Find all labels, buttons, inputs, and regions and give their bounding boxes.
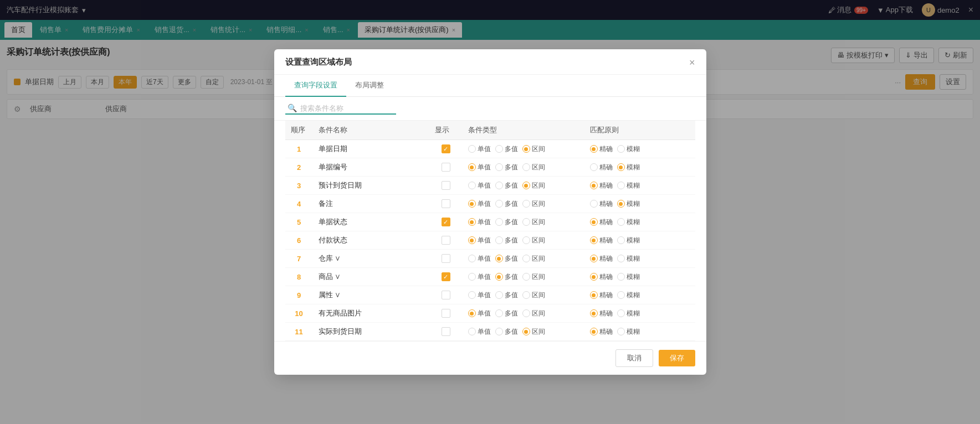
show-checkbox[interactable] [442,309,450,318]
radio-type-单值[interactable]: 单值 [468,218,491,227]
radio-type-区间[interactable]: 区间 [522,144,545,154]
radio-circle [522,255,530,262]
radio-label: 区间 [532,218,545,227]
show-checkbox[interactable] [442,144,450,153]
radio-match-精确[interactable]: 精确 [590,163,613,172]
search-input[interactable] [300,104,389,112]
dialog-tab-layout[interactable]: 布局调整 [346,75,393,97]
radio-label: 模糊 [627,144,640,154]
cell-type: 单值多值区间 [463,323,584,341]
radio-match-模糊[interactable]: 模糊 [617,236,640,245]
show-checkbox[interactable] [442,327,450,336]
radio-match-模糊[interactable]: 模糊 [617,144,640,154]
radio-type-区间[interactable]: 区间 [522,181,545,190]
dialog-tab-query-fields[interactable]: 查询字段设置 [285,75,346,97]
show-checkbox[interactable] [442,272,450,281]
radio-type-多值[interactable]: 多值 [495,236,518,245]
show-checkbox[interactable] [442,254,450,263]
radio-match-精确[interactable]: 精确 [590,272,613,282]
radio-type-区间[interactable]: 区间 [522,163,545,172]
radio-label: 多值 [505,309,518,318]
save-button[interactable]: 保存 [659,350,695,366]
radio-match-模糊[interactable]: 模糊 [617,163,640,172]
show-checkbox[interactable] [442,236,450,245]
radio-circle [522,182,530,189]
radio-type-多值[interactable]: 多值 [495,144,518,154]
radio-label: 精确 [599,181,613,190]
cell-type: 单值多值区间 [463,231,584,250]
show-checkbox[interactable] [442,291,450,299]
radio-match-精确[interactable]: 精确 [590,254,613,263]
conditions-table: 顺序 条件名称 显示 条件类型 匹配原则 1单据日期单值多值区间精确模糊2单据编… [285,121,695,341]
cancel-button[interactable]: 取消 [615,349,653,367]
radio-type-区间[interactable]: 区间 [522,291,545,300]
show-checkbox[interactable] [442,218,450,226]
radio-label: 区间 [532,309,545,318]
radio-label: 多值 [505,218,518,227]
cell-show [429,250,463,268]
dialog-header: 设置查询区域布局 × [274,49,706,75]
cell-order: 6 [285,231,313,250]
radio-type-多值[interactable]: 多值 [495,199,518,209]
radio-type-单值[interactable]: 单值 [468,309,491,318]
radio-label: 单值 [478,199,491,209]
radio-type-区间[interactable]: 区间 [522,254,545,263]
show-checkbox[interactable] [442,181,450,190]
radio-match-精确[interactable]: 精确 [590,181,613,190]
radio-type-单值[interactable]: 单值 [468,144,491,154]
radio-match-模糊[interactable]: 模糊 [617,254,640,263]
radio-match-模糊[interactable]: 模糊 [617,272,640,282]
radio-type-多值[interactable]: 多值 [495,218,518,227]
radio-type-多值[interactable]: 多值 [495,309,518,318]
radio-label: 模糊 [627,291,640,300]
radio-match-精确[interactable]: 精确 [590,327,613,337]
show-checkbox[interactable] [442,199,450,208]
show-checkbox[interactable] [442,163,450,172]
radio-type-区间[interactable]: 区间 [522,272,545,282]
radio-circle [590,255,598,262]
radio-type-单值[interactable]: 单值 [468,236,491,245]
radio-match-精确[interactable]: 精确 [590,309,613,318]
radio-match-模糊[interactable]: 模糊 [617,327,640,337]
radio-type-单值[interactable]: 单值 [468,199,491,209]
radio-type-区间[interactable]: 区间 [522,199,545,209]
radio-match-模糊[interactable]: 模糊 [617,218,640,227]
radio-match-模糊[interactable]: 模糊 [617,291,640,300]
radio-type-单值[interactable]: 单值 [468,272,491,282]
radio-match-精确[interactable]: 精确 [590,199,613,209]
radio-type-区间[interactable]: 区间 [522,236,545,245]
radio-label: 单值 [478,272,491,282]
radio-match-模糊[interactable]: 模糊 [617,199,640,209]
radio-type-区间[interactable]: 区间 [522,309,545,318]
radio-label: 精确 [599,309,613,318]
radio-type-单值[interactable]: 单值 [468,254,491,263]
radio-type-多值[interactable]: 多值 [495,181,518,190]
radio-type-多值[interactable]: 多值 [495,291,518,300]
radio-type-多值[interactable]: 多值 [495,163,518,172]
radio-label: 模糊 [627,254,640,263]
radio-match-精确[interactable]: 精确 [590,291,613,300]
cell-name: 属性 ∨ [313,286,429,304]
radio-type-多值[interactable]: 多值 [495,272,518,282]
radio-match-精确[interactable]: 精确 [590,218,613,227]
radio-type-单值[interactable]: 单值 [468,181,491,190]
radio-type-多值[interactable]: 多值 [495,254,518,263]
radio-label: 区间 [532,254,545,263]
radio-circle [468,255,476,262]
radio-type-单值[interactable]: 单值 [468,327,491,337]
radio-match-模糊[interactable]: 模糊 [617,181,640,190]
radio-match-精确[interactable]: 精确 [590,144,613,154]
radio-type-多值[interactable]: 多值 [495,327,518,337]
cell-show [429,213,463,231]
radio-match-模糊[interactable]: 模糊 [617,309,640,318]
radio-circle [468,163,476,171]
radio-type-区间[interactable]: 区间 [522,327,545,337]
radio-label: 多值 [505,291,518,300]
radio-type-单值[interactable]: 单值 [468,291,491,300]
radio-type-单值[interactable]: 单值 [468,163,491,172]
radio-match-精确[interactable]: 精确 [590,236,613,245]
cell-order: 3 [285,177,313,195]
dialog-close-button[interactable]: × [689,58,695,68]
radio-circle [495,200,503,208]
radio-type-区间[interactable]: 区间 [522,218,545,227]
